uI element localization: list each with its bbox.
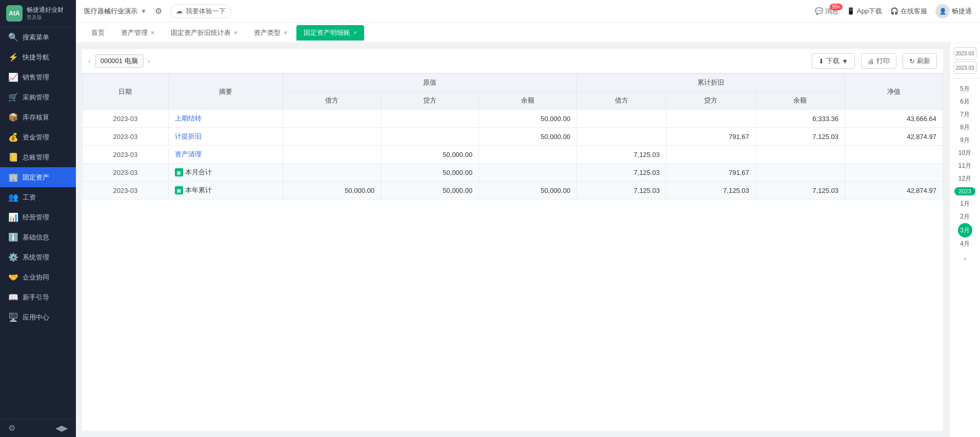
tab-2[interactable]: 固定资产折旧统计表× (164, 25, 245, 41)
logo-icon: AtA (6, 5, 23, 22)
collapse-icon[interactable]: ◀▶ (55, 423, 68, 433)
tab-4[interactable]: 固定资产明细账× (296, 25, 364, 41)
sidebar-label-12: 企业协同 (23, 273, 49, 282)
sidebar-item-3[interactable]: 🛒 采购管理 (0, 87, 76, 107)
sidebar-label-7: 固定资产 (23, 173, 49, 182)
sidebar-icon-8: 👥 (8, 192, 18, 202)
sidebar-item-9[interactable]: 📊 经营管理 (0, 207, 76, 227)
timeline-month[interactable]: 2月 (950, 210, 980, 223)
experience-btn[interactable]: ☁ 我要体验一下 (170, 4, 231, 18)
sidebar-label-8: 工资 (23, 193, 36, 202)
timeline-month[interactable]: 3月 (958, 223, 972, 237)
sidebar-item-13[interactable]: 📖 新手引导 (0, 287, 76, 307)
sidebar-icon-3: 🛒 (8, 92, 18, 102)
refresh-btn[interactable]: ↻ 刷新 (903, 53, 937, 69)
sidebar-icon-0: 🔍 (8, 32, 18, 42)
sidebar-logo: AtA 畅捷通好业财 普及版 (0, 0, 76, 27)
sidebar-icon-11: ⚙️ (8, 252, 18, 262)
print-btn[interactable]: 🖨 打印 (861, 53, 896, 69)
timeline-month[interactable]: 1月 (950, 197, 980, 210)
sidebar-bottom: ⚙ ◀▶ (0, 419, 76, 437)
sidebar-item-4[interactable]: 📦 库存核算 (0, 107, 76, 127)
timeline-month[interactable]: 8月 (950, 121, 980, 134)
timeline-panel: 2023.03 2023.03 5月6月7月8月9月10月11月12月 2023… (949, 43, 980, 437)
messages-badge: 99+ (830, 4, 843, 10)
timeline-month[interactable]: 10月 (950, 147, 980, 160)
sidebar-item-6[interactable]: 📒 总账管理 (0, 147, 76, 167)
nav-prev-icon[interactable]: ‹ (88, 57, 91, 65)
sidebar-icon-4: 📦 (8, 112, 18, 122)
tab-close-4[interactable]: × (353, 29, 357, 36)
timeline-month[interactable]: 12月 (950, 172, 980, 185)
timeline-month[interactable]: 5月 (950, 83, 980, 95)
sidebar-label-6: 总账管理 (23, 153, 49, 162)
sidebar-scroll: 🔍 搜索菜单 ⚡ 快捷导航 📈 销售管理 🛒 采购管理 📦 库存核算 💰 资金管… (0, 27, 76, 419)
sidebar-item-1[interactable]: ⚡ 快捷导航 (0, 47, 76, 67)
sidebar-item-7[interactable]: 🏢 固定资产 (0, 167, 76, 187)
tab-1[interactable]: 资产管理× (114, 25, 162, 41)
timeline-month[interactable]: 6月 (950, 95, 980, 108)
sidebar-label-3: 采购管理 (23, 93, 49, 102)
sidebar-label-1: 快捷导航 (23, 53, 49, 62)
tab-close-1[interactable]: × (151, 29, 154, 36)
tab-close-2[interactable]: × (234, 29, 237, 36)
experience-label: 我要体验一下 (186, 7, 226, 16)
th-depreciation: 累计折旧 (577, 74, 845, 92)
company-selector[interactable]: 医疗器械行业演示 ▼ (84, 7, 147, 16)
sidebar: AtA 畅捷通好业财 普及版 🔍 搜索菜单 ⚡ 快捷导航 📈 销售管理 🛒 采购… (0, 0, 76, 437)
tab-0[interactable]: 首页 (84, 25, 112, 41)
table-row: 2023-03 ▣本年累计 50,000.00 50,000.00 50,000… (83, 182, 943, 200)
th-orig-balance: 余额 (479, 92, 577, 110)
asset-actions: ⬇ 下载 ▼ 🖨 打印 ↻ 刷新 (812, 53, 937, 69)
sidebar-item-2[interactable]: 📈 销售管理 (0, 67, 76, 87)
online-service-label: 在线客服 (901, 7, 927, 16)
sidebar-item-12[interactable]: 🤝 企业协同 (0, 267, 76, 287)
timeline-month[interactable]: 4月 (950, 237, 980, 250)
tab-3[interactable]: 资产类型× (247, 25, 294, 41)
sidebar-label-2: 销售管理 (23, 73, 49, 82)
timeline-down-icon[interactable]: ⌄ (962, 252, 968, 262)
sidebar-item-14[interactable]: 🖥️ 应用中心 (0, 307, 76, 327)
sidebar-icon-2: 📈 (8, 72, 18, 82)
th-orig-credit: 贷方 (381, 92, 479, 110)
app-download-btn[interactable]: 📱 App下载 (847, 7, 882, 16)
th-original: 原值 (283, 74, 577, 92)
sidebar-icon-6: 📒 (8, 152, 18, 162)
online-service-btn[interactable]: 🎧 在线客服 (890, 7, 927, 16)
avatar: 👤 (935, 4, 950, 18)
sidebar-item-8[interactable]: 👥 工资 (0, 187, 76, 207)
sidebar-icon-14: 🖥️ (8, 312, 18, 322)
app-subtitle: 普及版 (27, 14, 64, 21)
user-area[interactable]: 👤 畅捷通 (935, 4, 972, 18)
tab-label-2: 固定资产折旧统计表 (171, 28, 231, 37)
settings-icon[interactable]: ⚙ (8, 423, 15, 433)
timeline-month[interactable]: 11月 (950, 160, 980, 172)
sidebar-label-14: 应用中心 (23, 313, 49, 322)
nav-next-icon[interactable]: › (148, 57, 150, 65)
sidebar-icon-7: 🏢 (8, 172, 18, 182)
sidebar-item-10[interactable]: ℹ️ 基础信息 (0, 227, 76, 247)
table-row: 2023-03 资产清理 50,000.00 7,125.03 (83, 146, 943, 164)
timeline-months-after: 1月2月3月4月 (950, 197, 980, 250)
asset-nav: ‹ 000001 电脑 › ⬇ 下载 ▼ 🖨 打印 ↻ 刷新 (82, 49, 943, 73)
asset-current: 000001 电脑 (95, 54, 144, 68)
timeline-date-2[interactable]: 2023.03 (954, 62, 976, 74)
sidebar-item-5[interactable]: 💰 资金管理 (0, 127, 76, 147)
th-dep-balance: 余额 (755, 92, 845, 110)
sidebar-label-13: 新手引导 (23, 293, 49, 302)
tab-close-3[interactable]: × (284, 29, 287, 36)
download-btn[interactable]: ⬇ 下载 ▼ (812, 53, 855, 69)
messages-btn[interactable]: 💬 消息 99+ (815, 7, 838, 16)
download-arrow-icon: ▼ (842, 57, 848, 65)
sidebar-label-4: 库存核算 (23, 113, 49, 122)
timeline-month[interactable]: 7月 (950, 108, 980, 121)
sidebar-item-11[interactable]: ⚙️ 系统管理 (0, 247, 76, 267)
tab-label-3: 资产类型 (254, 28, 281, 37)
timeline-date-1[interactable]: 2023.03 (954, 47, 976, 59)
sidebar-icon-10: ℹ️ (8, 232, 18, 242)
timeline-month[interactable]: 9月 (950, 134, 980, 147)
topbar-settings-icon[interactable]: ⚙ (155, 6, 162, 16)
download-icon: ⬇ (818, 57, 824, 65)
sidebar-item-0[interactable]: 🔍 搜索菜单 (0, 27, 76, 47)
refresh-icon: ↻ (909, 57, 915, 65)
